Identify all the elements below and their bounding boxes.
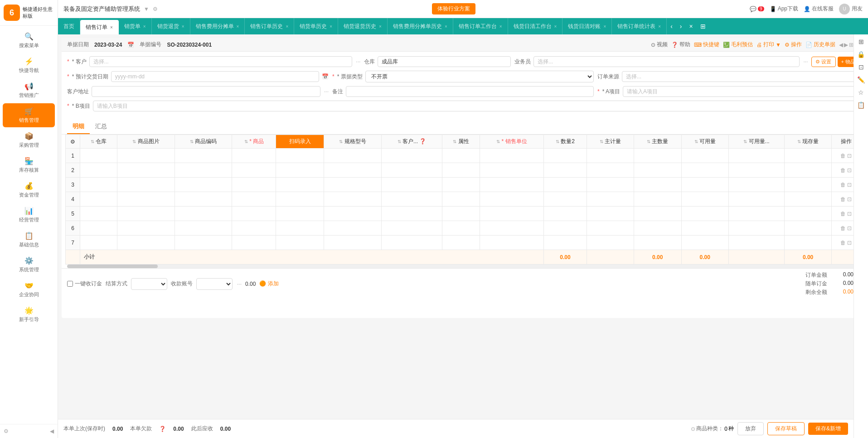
close-icon[interactable]: × — [658, 24, 661, 29]
print-btn[interactable]: 🖨 打印 ▼ — [756, 41, 781, 48]
tab-return-history[interactable]: 销货退货历史 × — [338, 18, 388, 34]
row-code[interactable] — [175, 163, 232, 178]
row-available1[interactable] — [681, 207, 728, 221]
close-icon[interactable]: × — [143, 24, 146, 29]
user-area[interactable]: U 用友 — [839, 4, 863, 14]
tab-sales-order[interactable]: 销售订单 × — [80, 20, 119, 34]
row-scan[interactable] — [276, 178, 324, 192]
row-available1[interactable] — [681, 178, 728, 192]
close-icon[interactable]: × — [110, 25, 113, 30]
row-scan[interactable] — [276, 163, 324, 178]
row-attrs[interactable] — [442, 178, 480, 192]
delivery-date-input[interactable] — [111, 71, 319, 82]
table-scrollbar[interactable] — [67, 265, 859, 268]
address-dots-icon[interactable]: ··· — [324, 88, 329, 95]
add-payment-btn[interactable]: 🟠 添加 — [259, 280, 278, 288]
tab-daily-reconcile[interactable]: 钱货日清对账 × — [563, 18, 612, 34]
online-service-btn[interactable]: 👤 在线客服 — [804, 5, 834, 13]
sidebar-item-guide[interactable]: 🌟 新手引导 — [3, 303, 55, 327]
row-attrs[interactable] — [442, 236, 480, 250]
account-dots-icon[interactable]: ··· — [237, 281, 242, 287]
row-available2[interactable] — [728, 192, 784, 207]
nav-prev[interactable]: ◀ — [839, 42, 843, 48]
tab-order-stats[interactable]: 销售订单统计表 × — [612, 18, 667, 34]
sidebar-item-basic-info[interactable]: 📋 基础信息 — [3, 228, 55, 252]
row-sales-unit[interactable] — [480, 149, 544, 163]
close-icon[interactable]: × — [237, 24, 239, 29]
sidebar-item-operations[interactable]: 📊 经营管理 — [3, 203, 55, 227]
copy-icon[interactable]: ⊡ — [847, 225, 852, 231]
settings-icon[interactable]: ⚙ — [4, 428, 9, 434]
copy-icon[interactable]: ⊡ — [847, 240, 852, 246]
th-attrs[interactable]: ⇅ 属性 — [442, 135, 480, 149]
row-sales-unit[interactable] — [480, 178, 544, 192]
tab-summary[interactable]: 汇总 — [90, 120, 112, 134]
row-image[interactable] — [117, 207, 175, 221]
invoice-type-select[interactable]: 不开票 — [365, 71, 594, 82]
row-main-unit[interactable] — [587, 207, 634, 221]
view-btn[interactable]: ⊙ 视频 — [651, 41, 668, 48]
th-available2[interactable]: ⇅ 可用量... — [728, 135, 784, 149]
sidebar-item-search[interactable]: 🔍 搜索菜单 — [3, 29, 55, 53]
row-main-qty[interactable] — [634, 149, 681, 163]
row-warehouse[interactable] — [80, 178, 117, 192]
row-main-qty[interactable] — [634, 178, 681, 192]
close-icon[interactable]: × — [182, 24, 184, 29]
sidebar-item-quick-nav[interactable]: ⚡ 快捷导航 — [3, 53, 55, 77]
copy-icon[interactable]: ⊡ — [847, 196, 852, 202]
row-qty2[interactable] — [544, 149, 587, 163]
th-goods[interactable]: ⇅ * 商品 — [232, 135, 276, 149]
discard-button[interactable]: 放弃 — [737, 422, 764, 435]
save-draft-button[interactable]: 保存草稿 — [767, 422, 805, 435]
settings-icon[interactable]: ⚙ — [153, 6, 158, 12]
th-image[interactable]: ⇅ 商品图片 — [117, 135, 175, 149]
row-sales-unit[interactable] — [480, 207, 544, 221]
operations-btn[interactable]: ⚙ 操作 — [785, 41, 802, 48]
row-sales-unit[interactable] — [480, 236, 544, 250]
delete-icon[interactable]: 🗑 — [840, 182, 846, 188]
th-sales-unit[interactable]: ⇅ * 销售单位 — [480, 135, 544, 149]
th-setting[interactable]: ⚙ — [66, 135, 80, 149]
delete-icon[interactable]: 🗑 — [840, 153, 846, 159]
row-stock[interactable] — [784, 192, 831, 207]
panel-icon-2[interactable]: 🔒 — [856, 49, 867, 60]
close-icon[interactable]: × — [603, 24, 606, 29]
row-warehouse[interactable] — [80, 163, 117, 178]
close-icon[interactable]: × — [330, 24, 332, 29]
row-spec[interactable] — [324, 178, 382, 192]
row-cust-code[interactable] — [381, 221, 442, 236]
row-main-unit[interactable] — [587, 236, 634, 250]
account-select[interactable] — [196, 278, 233, 290]
row-warehouse[interactable] — [80, 236, 117, 250]
th-available1[interactable]: ⇅ 可用量 — [681, 135, 728, 149]
row-image[interactable] — [117, 221, 175, 236]
tab-sales-goods[interactable]: 销货单 × — [119, 18, 152, 34]
row-goods[interactable] — [232, 163, 276, 178]
delete-icon[interactable]: 🗑 — [840, 211, 846, 217]
row-qty2[interactable] — [544, 221, 587, 236]
panel-icon-6[interactable]: 📋 — [856, 100, 867, 111]
row-main-unit[interactable] — [587, 163, 634, 178]
row-main-qty[interactable] — [634, 221, 681, 236]
row-spec[interactable] — [324, 163, 382, 178]
row-stock[interactable] — [784, 178, 831, 192]
row-goods[interactable] — [232, 178, 276, 192]
dropdown-icon[interactable]: ▼ — [144, 6, 149, 12]
row-available1[interactable] — [681, 221, 728, 236]
row-stock[interactable] — [784, 236, 831, 250]
row-image[interactable] — [117, 163, 175, 178]
row-qty2[interactable] — [544, 192, 587, 207]
row-cust-code[interactable] — [381, 236, 442, 250]
tab-sales-expense[interactable]: 销售费用分摊单 × — [190, 18, 245, 34]
row-attrs[interactable] — [442, 192, 480, 207]
row-cust-code[interactable] — [381, 192, 442, 207]
delete-icon[interactable]: 🗑 — [840, 240, 846, 246]
close-icon[interactable]: × — [554, 24, 557, 29]
tab-sales-return[interactable]: 销货退货 × — [152, 18, 190, 34]
salesperson-dots-icon[interactable]: ··· — [803, 58, 808, 65]
row-available1[interactable] — [681, 192, 728, 207]
row-scan[interactable] — [276, 207, 324, 221]
order-source-input[interactable] — [622, 71, 859, 82]
tab-prev-btn[interactable]: ‹ — [667, 23, 676, 30]
delete-icon[interactable]: 🗑 — [840, 196, 846, 202]
